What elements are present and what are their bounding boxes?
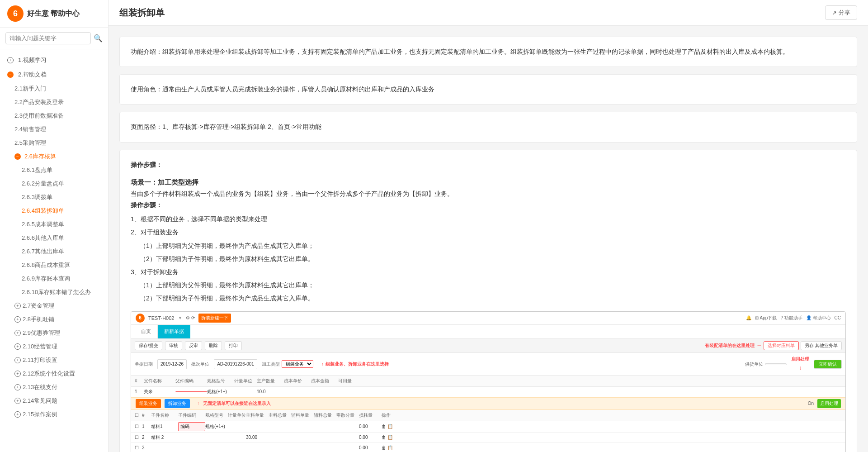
cr2-mqty: 30.00 <box>246 433 269 442</box>
sidebar-sub-2-6-3[interactable]: 2.6.3调拨单 <box>0 190 108 204</box>
btn-confirm[interactable]: 立即确认 <box>814 360 842 369</box>
ann-text3: 组装业务、拆卸业务在这里选择 <box>326 360 389 368</box>
sidebar-sub-2-7[interactable]: + 2.7资金管理 <box>0 299 108 313</box>
path-card: 页面路径：1、库存核算->库存管理->组装拆卸单 2、首页->常用功能 <box>119 112 857 142</box>
app-id: TEST-H002 <box>148 314 174 323</box>
app-title: 好生意 帮助中心 <box>27 9 80 19</box>
cr1-ops: 🗑 📋 <box>382 423 400 431</box>
app-icon-help: ? 功能助手 <box>780 314 802 322</box>
sidebar-sub-2-6-6[interactable]: 2.6.6其他入库单 <box>0 231 108 245</box>
tab-new: 新新单据 <box>158 325 190 338</box>
cr2-num: 2 <box>142 433 151 442</box>
col2-h-check: ☐ <box>135 411 142 419</box>
col2-h-scatter: 零散分量 <box>336 411 359 419</box>
form-label-supplier: 供货单位 <box>745 360 763 368</box>
sidebar-sub-2-10[interactable]: + 2.10经营管理 <box>0 340 108 353</box>
path-text: 页面路径：1、库存核算->库存管理->组装拆卸单 2、首页->常用功能 <box>131 121 846 133</box>
cr1-num: 1 <box>142 423 151 431</box>
minus-icon: − <box>7 71 14 78</box>
sidebar-nav: + 1.视频学习 − 2.帮助文档 2.1新手入门 2.2产品安装及登录 2.3… <box>0 49 108 452</box>
ann-arrow1: → <box>756 341 762 351</box>
sidebar-sub-2-6-9[interactable]: 2.6.9库存账本查询 <box>0 272 108 285</box>
sidebar-sub-2-6-2[interactable]: 2.6.2分量盘点单 <box>0 177 108 190</box>
sidebar-sub-2-13[interactable]: + 2.13在线支付 <box>0 381 108 394</box>
col2-h-cname: 子件名称 <box>151 411 178 419</box>
app-icon-bell: 🔔 <box>746 314 751 322</box>
step3-sub1: （1）上部明细为父件明细，最终作为原材料生成其它出库单； <box>140 280 846 291</box>
cr1-code-input[interactable]: 编码 <box>178 422 205 431</box>
sidebar-sub-2-15[interactable]: + 2.15操作案例 <box>0 408 108 421</box>
sidebar-sub-2-6-5[interactable]: 2.6.5成本调整单 <box>0 218 108 231</box>
cr2-check[interactable]: ☐ <box>135 433 142 442</box>
btn-approve[interactable]: 审核 <box>165 341 182 350</box>
role-card: 使用角色：通常由生产人员或库管人员完成拆装业务的操作，库管人员确认原材料的出库和… <box>119 74 857 105</box>
btn-print[interactable]: 打印 <box>225 341 242 350</box>
child-row-1: ☐ 1 精料1 编码 规格(+1+) 0.00 🗑 📋 <box>131 421 845 433</box>
main-content: 功能介绍：组装拆卸单用来处理企业组装或拆卸等加工业务，支持有固定装配清单的产品加… <box>108 26 868 452</box>
cr1-check[interactable]: ☐ <box>135 423 142 431</box>
col-h-camount: 成本金额 <box>311 377 338 385</box>
search-input[interactable] <box>5 32 91 44</box>
app-right-icons: 🔔 ⊞ App下载 ? 功能助手 👤 帮助中心 CC <box>746 314 841 322</box>
col-h-pcode: 父件编码 <box>175 377 207 385</box>
app-icon-avatar: CC <box>835 314 841 322</box>
app-tabs: 自页 新新单据 <box>131 325 845 339</box>
screenshot-area: 6 TEST-H002 ▼ ⚙ ⟳ 拆装新建一下 🔔 ⊞ App下载 ? 功能助… <box>131 311 846 452</box>
share-icon: ↗ <box>832 10 837 16</box>
col-h-cprice: 成本单价 <box>284 377 311 385</box>
sidebar-sub-2-6-1[interactable]: 2.6.1盘点单 <box>0 163 108 177</box>
type-badge-row: 组装业务 拆卸业务 ↑ 无固定清单可以在接近在这里录入 On 启用处理 <box>131 397 845 410</box>
main-area: 组装拆卸单 ↗ 分享 功能介绍：组装拆卸单用来处理企业组装或拆卸等加工业务，支持… <box>108 0 868 452</box>
annotation-area3: ↑ 组装业务、拆卸业务在这里选择 <box>321 360 389 368</box>
sidebar-sub-2-6[interactable]: − 2.6库存核算 <box>0 150 108 163</box>
sidebar-sub-2-11[interactable]: + 2.11打印设置 <box>0 353 108 367</box>
sidebar-sub-2-1[interactable]: 2.1新手入门 <box>0 82 108 95</box>
form-date-value: 2019-12-26 <box>157 359 187 369</box>
page-title: 组装拆卸单 <box>119 7 165 19</box>
sidebar-sub-2-9[interactable]: + 2.9优惠券管理 <box>0 326 108 340</box>
form-label-date: 单据日期 <box>135 360 153 368</box>
col-h-qty: 主产数量 <box>257 377 284 385</box>
cell-pcode-input[interactable] <box>175 391 207 392</box>
minus-icon-2: − <box>14 153 21 160</box>
sidebar-item-video[interactable]: + 1.视频学习 <box>0 53 108 67</box>
btn-config-list[interactable]: 选择对应料单 <box>764 341 799 350</box>
step2-sub2: （2）下部明细为子件明细，最终作为原材料生成其它出库单。 <box>140 253 846 265</box>
sidebar-sub-2-6-8[interactable]: 2.6.8商品成本重算 <box>0 258 108 272</box>
sidebar-item-docs[interactable]: − 2.帮助文档 <box>0 67 108 82</box>
sidebar-sub-2-3[interactable]: 2.3使用前数据准备 <box>0 109 108 123</box>
plus-icon: + <box>7 57 14 63</box>
sidebar-sub-2-6-10[interactable]: 2.6.10库存账本错了怎么办 <box>0 285 108 299</box>
sidebar-sub-2-14[interactable]: + 2.14常见问题 <box>0 394 108 408</box>
sidebar-sub-2-6-7[interactable]: 2.6.7其他出库单 <box>0 245 108 258</box>
sidebar-sub-2-12[interactable]: + 2.12系统个性化设置 <box>0 367 108 381</box>
search-button[interactable]: 🔍 <box>94 34 103 43</box>
sidebar-sub-2-5[interactable]: 2.5采购管理 <box>0 136 108 150</box>
col2-h-ops: 操作 <box>382 411 400 419</box>
form-type-select[interactable]: 组装业务 拆卸业务 <box>282 360 313 368</box>
sidebar-sub-2-6-4[interactable]: 2.6.4组装拆卸单 <box>0 204 108 218</box>
scenario1-desc: 当由多个子件材料组装成一个成品的业务为【组装】业务，当由一个父件拆分成多个子产品… <box>131 188 846 200</box>
form-label-batch: 批次单位 <box>191 360 209 368</box>
cr1-spec: 规格(+1+) <box>205 423 228 431</box>
sidebar-sub-2-4[interactable]: 2.4销售管理 <box>0 123 108 136</box>
step3-sub2: （2）下部明细为子件明细，最终作为产成品生成其它入库单。 <box>140 293 846 304</box>
btn-unapprove[interactable]: 反审 <box>185 341 202 350</box>
share-label: 分享 <box>839 9 850 17</box>
col2-h-aqty: 辅料单量 <box>291 411 314 419</box>
btn-delete[interactable]: 删除 <box>205 341 222 350</box>
col2-h-loss: 损耗量 <box>359 411 382 419</box>
cell-pname: 关米 <box>144 388 175 396</box>
parent-table-header: # 父件名称 父件编码 规格型号 计量单位 主产数量 成本单价 成本金额 可用量 <box>131 376 845 387</box>
share-button[interactable]: ↗ 分享 <box>825 5 857 20</box>
logo-icon: 6 <box>7 5 24 22</box>
btn-save[interactable]: 保存/提交 <box>135 341 162 350</box>
type-selector-area: 加工类型 组装业务 拆卸业务 <box>262 360 313 368</box>
btn-other[interactable]: 另存 其他业务单 <box>801 341 842 350</box>
sidebar-sub-2-8[interactable]: + 2.8手机旺铺 <box>0 313 108 326</box>
sidebar-sub-2-2[interactable]: 2.2产品安装及登录 <box>0 95 108 109</box>
child-row-2: ☐ 2 精料 2 30.00 0.00 🗑 📋 <box>131 433 845 443</box>
ann-text5: 无固定清单可以在接近在这里录入 <box>203 400 271 408</box>
col2-h-mqty: 主料单量 <box>246 411 269 419</box>
sidebar: 6 好生意 帮助中心 🔍 + 1.视频学习 − 2.帮助文档 2.1新手入门 2… <box>0 0 108 452</box>
